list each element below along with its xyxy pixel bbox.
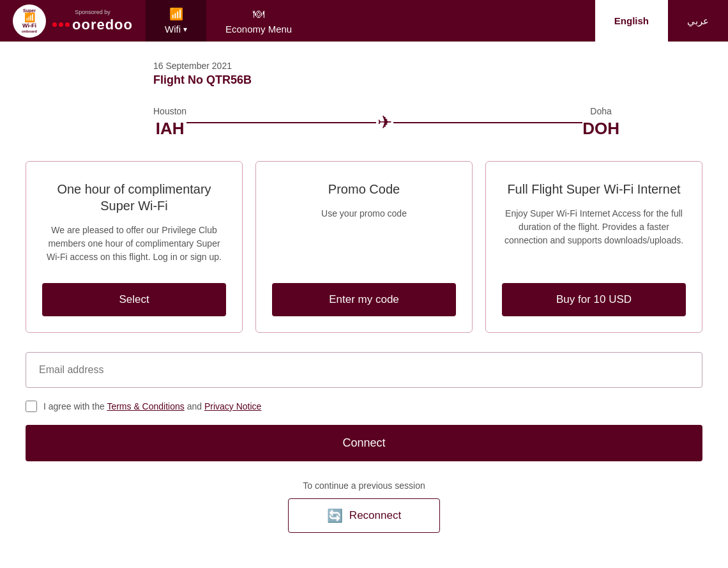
- reconnect-label: To continue a previous session: [26, 480, 702, 491]
- reconnect-button[interactable]: 🔄 Reconnect: [288, 498, 440, 533]
- terms-checkbox[interactable]: [26, 401, 37, 412]
- email-input[interactable]: [26, 352, 702, 388]
- connect-button[interactable]: Connect: [26, 425, 702, 461]
- select-button[interactable]: Select: [42, 283, 226, 316]
- card-complimentary: One hour of complimentary Super Wi-Fi We…: [26, 161, 243, 333]
- terms-row: I agree with the Terms & Conditions and …: [26, 401, 702, 412]
- card-promo-title: Promo Code: [328, 181, 400, 197]
- flight-info: 16 September 2021 Flight No QTR56B: [26, 61, 702, 87]
- logo-area: Super 📶 Wi-Fi onboard Sponsored by oored…: [0, 0, 146, 42]
- lang-english[interactable]: English: [595, 0, 668, 42]
- main-nav: 📶 Wifi ▾ 🍽 Economy Menu: [146, 0, 595, 42]
- nav-item-economy-menu[interactable]: 🍽 Economy Menu: [206, 0, 311, 42]
- card-promo: Promo Code Use your promo code Enter my …: [255, 161, 473, 333]
- nav-item-wifi[interactable]: 📶 Wifi ▾: [146, 0, 206, 42]
- wifi-dropdown-chevron: ▾: [183, 25, 187, 34]
- wifi-icon: 📶: [169, 7, 183, 21]
- card-promo-desc: Use your promo code: [321, 207, 407, 264]
- economy-menu-icon: 🍽: [253, 8, 264, 21]
- card-complimentary-title: One hour of complimentary Super Wi-Fi: [42, 181, 226, 214]
- reconnect-icon: 🔄: [327, 508, 343, 523]
- email-section: [26, 352, 702, 388]
- origin-city: Houston IAH: [153, 106, 186, 139]
- flight-date: 16 September 2021: [153, 61, 702, 71]
- destination-city: Doha DOH: [582, 106, 619, 139]
- reconnect-section: To continue a previous session 🔄 Reconne…: [26, 480, 702, 533]
- card-complimentary-desc: We are pleased to offer our Privilege Cl…: [42, 224, 226, 264]
- card-full-flight: Full Flight Super Wi-Fi Internet Enjoy S…: [485, 161, 702, 333]
- card-full-flight-title: Full Flight Super Wi-Fi Internet: [507, 181, 680, 197]
- terms-conditions-link[interactable]: Terms & Conditions: [107, 401, 184, 411]
- super-wifi-logo: Super 📶 Wi-Fi onboard: [13, 4, 46, 38]
- enter-code-button[interactable]: Enter my code: [272, 283, 456, 316]
- privacy-notice-link[interactable]: Privacy Notice: [204, 401, 261, 411]
- main-content: 16 September 2021 Flight No QTR56B Houst…: [0, 42, 728, 552]
- language-switcher: English عربي: [595, 0, 728, 42]
- plane-icon: ✈: [377, 112, 392, 133]
- lang-arabic[interactable]: عربي: [668, 0, 728, 42]
- card-full-flight-desc: Enjoy Super Wi-Fi Internet Access for th…: [502, 207, 686, 264]
- route-line: ✈: [186, 112, 582, 133]
- service-cards: One hour of complimentary Super Wi-Fi We…: [26, 161, 702, 333]
- flight-route: Houston IAH ✈ Doha DOH: [26, 106, 702, 139]
- header: Super 📶 Wi-Fi onboard Sponsored by oored…: [0, 0, 728, 42]
- buy-button[interactable]: Buy for 10 USD: [502, 283, 686, 316]
- ooredoo-logo: Sponsored by ooredoo: [52, 9, 133, 33]
- flight-number: Flight No QTR56B: [153, 73, 702, 87]
